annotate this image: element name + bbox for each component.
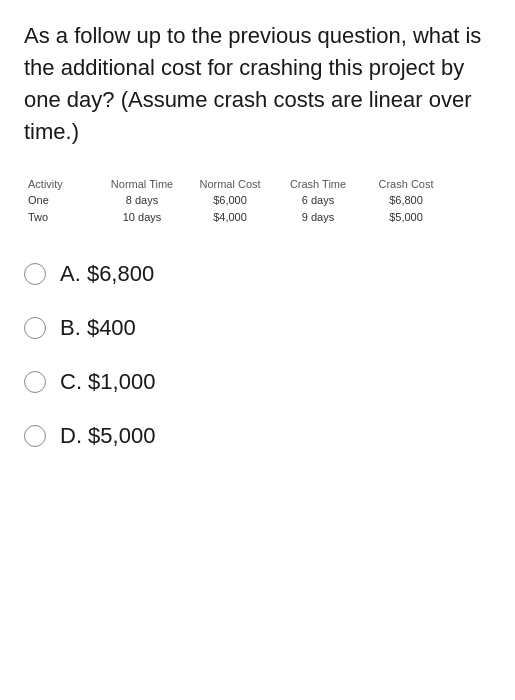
col-header-crash-cost: Crash Cost xyxy=(362,176,450,193)
cell-activity: One xyxy=(28,192,98,209)
cell-crash-cost: $5,000 xyxy=(362,209,450,226)
option-label-b: B. $400 xyxy=(60,315,136,341)
col-header-normal-cost: Normal Cost xyxy=(186,176,274,193)
col-header-crash-time: Crash Time xyxy=(274,176,362,193)
option-label-d: D. $5,000 xyxy=(60,423,155,449)
cell-normal-time: 8 days xyxy=(98,192,186,209)
col-header-normal-time: Normal Time xyxy=(98,176,186,193)
option-c[interactable]: C. $1,000 xyxy=(24,355,491,409)
cell-crash-cost: $6,800 xyxy=(362,192,450,209)
table-row: Two 10 days $4,000 9 days $5,000 xyxy=(28,209,491,226)
option-a[interactable]: A. $6,800 xyxy=(24,247,491,301)
cell-activity: Two xyxy=(28,209,98,226)
options-list: A. $6,800 B. $400 C. $1,000 D. $5,000 xyxy=(24,247,491,463)
cell-normal-cost: $4,000 xyxy=(186,209,274,226)
data-table: Activity Normal Time Normal Cost Crash T… xyxy=(28,176,491,226)
table-header-row: Activity Normal Time Normal Cost Crash T… xyxy=(28,176,491,193)
cell-crash-time: 9 days xyxy=(274,209,362,226)
cell-crash-time: 6 days xyxy=(274,192,362,209)
table-row: One 8 days $6,000 6 days $6,800 xyxy=(28,192,491,209)
radio-c[interactable] xyxy=(24,371,46,393)
radio-b[interactable] xyxy=(24,317,46,339)
option-b[interactable]: B. $400 xyxy=(24,301,491,355)
option-label-c: C. $1,000 xyxy=(60,369,155,395)
option-d[interactable]: D. $5,000 xyxy=(24,409,491,463)
cell-normal-time: 10 days xyxy=(98,209,186,226)
radio-a[interactable] xyxy=(24,263,46,285)
radio-d[interactable] xyxy=(24,425,46,447)
option-label-a: A. $6,800 xyxy=(60,261,154,287)
col-header-activity: Activity xyxy=(28,176,98,193)
question-text: As a follow up to the previous question,… xyxy=(24,20,491,148)
cell-normal-cost: $6,000 xyxy=(186,192,274,209)
